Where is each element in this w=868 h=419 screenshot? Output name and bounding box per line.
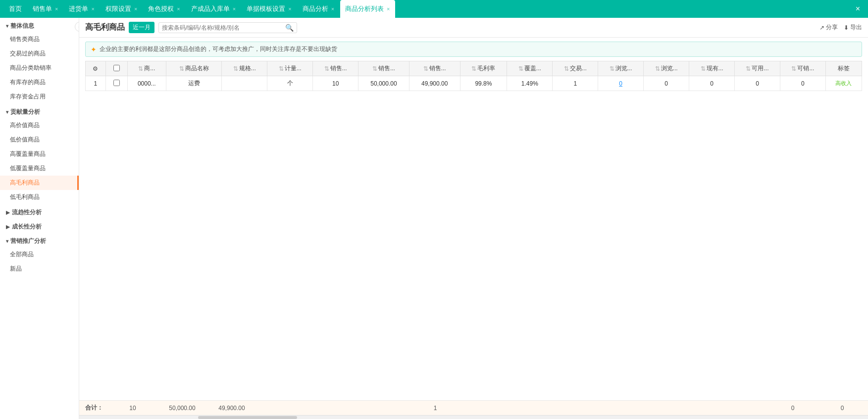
col-spec[interactable]: ⇅ 规格... <box>222 61 267 76</box>
nav-tab-home[interactable]: 首页 <box>4 0 27 18</box>
sidebar-item-traded-products[interactable]: 交易过的商品 <box>0 47 79 61</box>
low-margin-label: 低毛利商品 <box>10 193 40 200</box>
col-browse1[interactable]: ⇅ 浏览... <box>598 61 644 76</box>
close-finished-goods-icon[interactable]: × <box>233 6 236 12</box>
trend-arrow-icon: ▶ <box>6 210 10 215</box>
sidebar-item-high-coverage[interactable]: 高覆盖量商品 <box>0 147 79 161</box>
sidebar-group-contribution[interactable]: ▾ 贡献量分析 <box>0 104 79 118</box>
cell-checkbox[interactable] <box>105 76 127 91</box>
close-sales-icon[interactable]: × <box>55 6 58 12</box>
all-products-label: 全部商品 <box>10 251 34 258</box>
sidebar-item-category-rate[interactable]: 商品分类助销率 <box>0 61 79 75</box>
footer-available: 0 <box>822 405 862 412</box>
growth-arrow-icon: ▶ <box>6 224 10 230</box>
close-permissions-icon[interactable]: × <box>134 6 137 12</box>
sort-icon: ⇅ <box>610 65 614 72</box>
sort-icon: ⇅ <box>233 65 238 72</box>
window-close-button[interactable]: × <box>852 4 864 13</box>
col-current-stock[interactable]: ⇅ 现有... <box>689 61 735 76</box>
nav-tab-roles[interactable]: 角色授权 × <box>143 0 185 18</box>
col-coverage[interactable]: ⇅ 覆盖... <box>507 61 553 76</box>
select-all-checkbox[interactable] <box>113 65 120 71</box>
sidebar-group-overview[interactable]: ▾ 整体信息 <box>0 18 79 32</box>
sort-icon: ⇅ <box>471 65 476 72</box>
sidebar-item-stock-capital[interactable]: 库存资金占用 <box>0 90 79 104</box>
roles-label: 角色授权 <box>148 4 174 13</box>
nav-tab-sales[interactable]: 销售单 × <box>28 0 63 18</box>
cell-browse1[interactable]: 0 <box>598 76 644 91</box>
col-sales-cost[interactable]: ⇅ 销售... <box>409 61 460 76</box>
close-analysis-list-icon[interactable]: × <box>387 6 390 12</box>
nav-tab-product-analysis[interactable]: 商品分析 × <box>298 0 339 18</box>
cell-sellable: 0 <box>780 76 825 91</box>
period-button[interactable]: 近一月 <box>129 22 154 33</box>
cell-sales-qty: 10 <box>313 76 358 91</box>
close-template-icon[interactable]: × <box>288 6 291 12</box>
sidebar-group-growth[interactable]: ▶ 成长性分析 <box>0 219 79 233</box>
sidebar-item-sales-products[interactable]: 销售类商品 <box>0 32 79 47</box>
col-sales-amount[interactable]: ⇅ 销售... <box>358 61 409 76</box>
overview-group-label: 整体信息 <box>10 22 34 30</box>
content-header: 高毛利商品 近一月 🔍 ↗ 分享 ⬇ 导出 <box>79 18 868 38</box>
cell-unit: 个 <box>267 76 313 91</box>
cell-code: 0000... <box>127 76 166 91</box>
new-products-label: 新品 <box>10 265 22 272</box>
footer-label: 合计： <box>85 404 103 412</box>
col-unit[interactable]: ⇅ 计量... <box>267 61 313 76</box>
traded-products-label: 交易过的商品 <box>10 50 46 57</box>
tip-icon: ✦ <box>91 46 97 53</box>
close-purchase-icon[interactable]: × <box>91 6 94 12</box>
footer-sales-cost: 49,900.00 <box>212 405 252 412</box>
permissions-label: 权限设置 <box>105 4 131 13</box>
col-transactions[interactable]: ⇅ 交易... <box>553 61 598 76</box>
close-roles-icon[interactable]: × <box>177 6 180 12</box>
col-browse2[interactable]: ⇅ 浏览... <box>644 61 689 76</box>
table-row: 1 0000... 运费 个 10 50,000.00 49,900.00 99… <box>86 76 862 91</box>
nav-tab-purchase[interactable]: 进货单 × <box>64 0 99 18</box>
horizontal-scrollbar[interactable] <box>79 415 868 419</box>
col-code[interactable]: ⇅ 商... <box>127 61 166 76</box>
col-name[interactable]: ⇅ 商品名称 <box>166 61 221 76</box>
sidebar-item-high-value[interactable]: 高价值商品 <box>0 118 79 133</box>
page-title: 高毛利商品 <box>85 22 125 33</box>
home-label: 首页 <box>9 4 22 13</box>
col-sellable[interactable]: ⇅ 可销... <box>780 61 825 76</box>
sidebar-item-low-margin[interactable]: 低毛利商品 <box>0 190 79 204</box>
col-tag[interactable]: 标签 <box>825 61 862 76</box>
marketing-group-label: 营销推广分析 <box>10 237 46 245</box>
col-sales-qty[interactable]: ⇅ 销售... <box>313 61 358 76</box>
col-available[interactable]: ⇅ 可用... <box>735 61 780 76</box>
sidebar-group-marketing[interactable]: ▾ 营销推广分析 <box>0 233 79 247</box>
col-settings[interactable]: ⚙ <box>86 61 106 76</box>
sidebar-item-high-margin[interactable]: 高毛利商品 <box>0 176 79 190</box>
sidebar-item-in-stock[interactable]: 有库存的商品 <box>0 75 79 90</box>
search-input[interactable] <box>162 24 283 31</box>
export-button[interactable]: ⬇ 导出 <box>844 23 862 32</box>
nav-tab-template-settings[interactable]: 单据模板设置 × <box>242 0 296 18</box>
sidebar-item-new-products[interactable]: 新品 <box>0 262 79 276</box>
content-area: 高毛利商品 近一月 🔍 ↗ 分享 ⬇ 导出 ✦ 企业的主要的利润都是这部分商品创… <box>79 18 868 419</box>
nav-tab-finished-goods[interactable]: 产成品入库单 × <box>186 0 241 18</box>
search-icon[interactable]: 🔍 <box>285 24 294 32</box>
sort-icon: ⇅ <box>791 65 796 72</box>
sidebar-item-low-value[interactable]: 低价值商品 <box>0 133 79 147</box>
sort-icon: ⇅ <box>324 65 329 72</box>
col-margin-rate[interactable]: ⇅ 毛利率 <box>460 61 507 76</box>
product-analysis-label: 商品分析 <box>303 4 328 13</box>
top-navigation: 首页 销售单 × 进货单 × 权限设置 × 角色授权 × 产成品入库单 × 单据… <box>0 0 868 18</box>
scrollbar-thumb[interactable] <box>198 416 297 419</box>
col-checkbox[interactable] <box>105 61 127 76</box>
row-checkbox[interactable] <box>113 80 120 86</box>
table-container: ⚙ ⇅ 商... <box>85 61 862 400</box>
close-product-analysis-icon[interactable]: × <box>331 6 334 12</box>
purchase-label: 进货单 <box>69 4 88 13</box>
sidebar-item-all-products[interactable]: 全部商品 <box>0 247 79 262</box>
cell-tag: 高收入 <box>825 76 862 91</box>
nav-tab-permissions[interactable]: 权限设置 × <box>101 0 142 18</box>
sidebar-item-low-coverage[interactable]: 低覆盖量商品 <box>0 161 79 176</box>
sidebar-group-trend[interactable]: ▶ 流趋性分析 <box>0 204 79 219</box>
share-button[interactable]: ↗ 分享 <box>819 23 838 32</box>
nav-tab-analysis-list[interactable]: 商品分析列表 × <box>340 0 395 18</box>
marketing-arrow-icon: ▾ <box>6 238 8 244</box>
low-value-label: 低价值商品 <box>10 136 40 143</box>
